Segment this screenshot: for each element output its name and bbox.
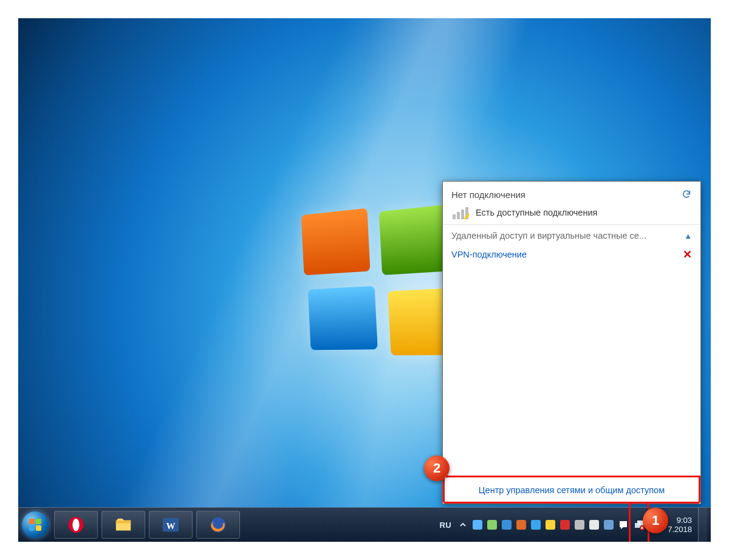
status-disconnected-icon: ✕ [683,248,692,261]
network-group-label: Удаленный доступ и виртуальные частные с… [451,231,646,241]
taskbar-item-word[interactable]: W [149,511,193,539]
taskbar: W RU [18,507,711,542]
tray-generic-icon[interactable] [573,508,586,542]
taskbar-item-opera[interactable] [54,511,98,539]
tray-generic-icon[interactable] [515,508,528,542]
windows-start-orb-icon [22,511,49,538]
refresh-icon[interactable] [681,189,692,200]
folder-icon [114,516,132,534]
chevron-up-icon: ▲ [684,231,692,241]
opera-icon [67,516,85,534]
tray-action-center-icon[interactable] [617,508,630,542]
network-center-link[interactable]: Центр управления сетями и общим доступом [479,485,665,495]
network-center-footer[interactable]: Центр управления сетями и общим доступом [443,476,700,504]
svg-rect-2 [461,210,464,219]
windows-logo-quadrant [308,286,378,350]
vpn-connection-link[interactable]: VPN-подключение [451,250,527,259]
taskbar-item-firefox[interactable] [196,511,240,539]
callout-badge-1: 1 [643,508,668,533]
tray-show-hidden-icon[interactable] [456,508,470,542]
network-group-header[interactable]: Удаленный доступ и виртуальные частные с… [443,224,700,244]
flyout-spacer [443,267,700,476]
tray-generic-icon[interactable] [558,508,572,542]
firefox-icon [209,516,227,534]
show-desktop-button[interactable] [698,508,707,542]
tray-generic-icon[interactable] [602,508,615,542]
svg-point-6 [72,519,79,531]
screenshot-frame: Нет подключения [0,0,729,560]
callout-badge-2: 2 [424,456,450,481]
taskbar-time: 9:03 [677,516,692,525]
signal-bars-icon [453,206,470,219]
tray-generic-icon[interactable] [529,508,542,542]
callout-number: 2 [433,460,440,476]
network-available-row[interactable]: Есть доступные подключения [451,206,692,219]
network-flyout: Нет подключения [442,181,701,504]
tray-generic-icon[interactable] [500,508,513,542]
svg-rect-1 [457,212,460,219]
language-indicator[interactable]: RU [436,521,455,530]
tray-generic-icon[interactable] [544,508,557,542]
callout-number: 1 [652,513,659,528]
taskbar-item-explorer[interactable] [101,511,145,539]
network-flyout-title: Нет подключения [451,190,525,200]
network-available-label: Есть доступные подключения [476,208,597,217]
vpn-connection-row[interactable]: VPN-подключение ✕ [443,244,700,267]
word-icon: W [162,516,180,534]
svg-rect-0 [453,214,456,219]
desktop-wallpaper: Нет подключения [18,18,711,542]
tray-generic-icon[interactable] [587,508,601,542]
tray-generic-icon[interactable] [485,508,499,542]
windows-logo-quadrant [301,208,371,276]
tray-generic-icon[interactable] [471,508,484,542]
system-tray: RU [436,508,711,542]
svg-text:W: W [166,521,176,531]
start-button[interactable] [18,508,52,542]
taskbar-date: 7.2018 [668,525,692,534]
